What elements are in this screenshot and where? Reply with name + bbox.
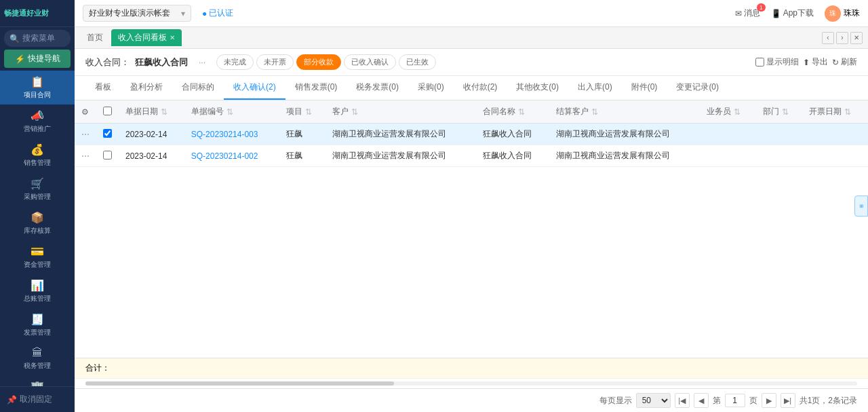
message-button[interactable]: ✉ 1 消息: [735, 7, 760, 19]
sort-icon-settle[interactable]: ⇅: [591, 107, 598, 117]
export-button[interactable]: ⬆ 导出: [803, 56, 828, 68]
tab-盈利分析[interactable]: 盈利分析: [121, 76, 172, 100]
select-all-checkbox[interactable]: [103, 107, 112, 115]
sidebar-item-销售管理[interactable]: 💰 销售管理: [0, 138, 75, 172]
tab-其他收支[interactable]: 其他收支(0): [507, 76, 568, 100]
row-date-0: 2023-02-14: [119, 124, 184, 145]
sort-icon-no[interactable]: ⇅: [226, 107, 233, 117]
total-label: 合计：: [85, 362, 110, 374]
tab-close-all-button[interactable]: ✕: [850, 32, 863, 44]
row-no-link-1[interactable]: SQ-20230214-002: [191, 151, 258, 161]
sidebar-item-固定资产[interactable]: 🏢 固定资产: [0, 375, 75, 386]
sidebar-item-资金管理[interactable]: 💳 资金管理: [0, 240, 75, 274]
search-menu-button[interactable]: 🔍 搜索菜单: [4, 30, 71, 47]
row-checkbox-cell-1[interactable]: [96, 145, 119, 167]
sidebar-item-采购管理[interactable]: 🛒 采购管理: [0, 172, 75, 206]
quick-nav-button[interactable]: ⚡ 快捷导航: [4, 50, 71, 68]
user-menu[interactable]: 珠 珠珠: [825, 5, 860, 22]
sort-icon-contract[interactable]: ⇅: [518, 107, 525, 117]
status-btn-0[interactable]: 未完成: [216, 54, 254, 70]
download-icon: 📱: [771, 9, 781, 18]
sort-icon-opendate[interactable]: ⇅: [844, 107, 851, 117]
row-settings-1[interactable]: ⋯: [75, 145, 96, 167]
sidebar-icon-2: 💰: [31, 143, 44, 156]
scrollbar-thumb[interactable]: [85, 381, 394, 386]
sidebar-icon-8: 🏛: [32, 347, 43, 359]
tab-销售发票[interactable]: 销售发票(0): [285, 76, 347, 100]
tab-变更记录[interactable]: 变更记录(0): [667, 76, 728, 100]
status-btn-3[interactable]: 已收入确认: [344, 54, 396, 70]
company-name: 好业财专业版演示帐套: [89, 7, 170, 19]
sidebar-label-1: 营销推广: [24, 124, 51, 134]
table-container[interactable]: ⚙单据日期⇅单据编号⇅项目⇅客户⇅合同名称⇅结算客户⇅业务员⇅部门⇅开票日期⇅ …: [75, 100, 868, 358]
app-download-button[interactable]: 📱 App下载: [771, 7, 814, 19]
row-customer-1: 湖南卫视商业运营发展有限公司: [326, 145, 476, 167]
last-page-button[interactable]: ▶|: [781, 393, 795, 408]
col-header-staff: 业务员⇅: [700, 100, 756, 124]
sort-icon-dept[interactable]: ⇅: [782, 107, 789, 117]
tab-看板[interactable]: 看板: [85, 76, 121, 100]
row-project-0: 狂飙: [279, 124, 326, 145]
more-options-button[interactable]: ···: [199, 58, 205, 67]
sidebar-label-2: 销售管理: [24, 158, 51, 168]
tab-税务发票[interactable]: 税务发票(0): [347, 76, 408, 100]
tab-出入库[interactable]: 出入库(0): [568, 76, 622, 100]
sidebar-item-营销推广[interactable]: 📣 营销推广: [0, 105, 75, 138]
data-table: ⚙单据日期⇅单据编号⇅项目⇅客户⇅合同名称⇅结算客户⇅业务员⇅部门⇅开票日期⇅ …: [75, 100, 868, 167]
company-selector[interactable]: 好业财专业版演示帐套 ▾: [83, 5, 191, 22]
topbar: 好业财专业版演示帐套 ▾ ● 已认证 ✉ 1 消息 📱 App下载 珠 珠珠: [75, 0, 868, 27]
status-btn-1[interactable]: 未开票: [256, 54, 294, 70]
status-btn-4[interactable]: 已生效: [399, 54, 436, 70]
tab-prev-button[interactable]: ‹: [822, 32, 834, 44]
status-btn-2[interactable]: 部分收款: [296, 54, 341, 70]
tab-contract-board[interactable]: 收入合同看板 ✕: [111, 29, 182, 46]
col-header-dept: 部门⇅: [756, 100, 802, 124]
tab-合同标的[interactable]: 合同标的: [172, 76, 224, 100]
sort-icon-project[interactable]: ⇅: [305, 107, 312, 117]
close-tab-button[interactable]: ✕: [170, 34, 175, 41]
refresh-button[interactable]: ↻ 刷新: [832, 56, 857, 68]
sort-icon-customer[interactable]: ⇅: [351, 107, 358, 117]
tab-收付款[interactable]: 收付款(2): [454, 76, 507, 100]
sort-icon-date[interactable]: ⇅: [161, 107, 167, 117]
show-detail-toggle[interactable]: 显示明细: [755, 56, 799, 68]
table-row[interactable]: ⋯2023-02-14SQ-20230214-002狂飙湖南卫视商业运营发展有限…: [75, 145, 868, 167]
scrollbar-track[interactable]: [85, 381, 857, 386]
right-panel-toggle[interactable]: ≡: [854, 195, 868, 217]
quick-nav-area: ⚡ 快捷导航: [0, 47, 75, 71]
sidebar-item-库存核算[interactable]: 📦 库存核算: [0, 206, 75, 240]
sidebar-search-area: 🔍 搜索菜单: [0, 27, 75, 47]
sidebar-item-税务管理[interactable]: 🏛 税务管理: [0, 342, 75, 375]
sort-icon-staff[interactable]: ⇅: [734, 107, 741, 117]
row-checkbox-1[interactable]: [103, 151, 112, 160]
show-detail-checkbox[interactable]: [755, 58, 764, 67]
tab-收入确认[interactable]: 收入确认(2): [224, 76, 285, 100]
tab-home[interactable]: 首页: [80, 29, 110, 46]
tab-next-button[interactable]: ›: [836, 32, 848, 44]
tab-采购[interactable]: 采购(0): [408, 76, 454, 100]
settings-icon[interactable]: ⚙: [81, 107, 89, 117]
sidebar-item-项目合同[interactable]: 📋 项目合同: [0, 71, 75, 105]
side-panel-icon[interactable]: ≡: [854, 195, 868, 217]
unpin-button[interactable]: 📌 取消固定: [4, 391, 71, 408]
col-header-date: 单据日期⇅: [119, 100, 184, 124]
sidebar-label-7: 发票管理: [24, 328, 51, 337]
row-checkbox-0[interactable]: [103, 129, 112, 138]
next-page-button[interactable]: ▶: [762, 393, 776, 408]
row-checkbox-cell-0[interactable]: [96, 124, 119, 145]
tab-附件[interactable]: 附件(0): [622, 76, 667, 100]
table-row[interactable]: ⋯2023-02-14SQ-20230214-003狂飙湖南卫视商业运营发展有限…: [75, 124, 868, 145]
sidebar-icon-1: 📣: [31, 109, 44, 122]
prev-page-button[interactable]: ◀: [694, 393, 709, 408]
row-dept-0: [756, 124, 802, 145]
row-opendate-1: [802, 145, 868, 167]
per-page-select[interactable]: 2050100: [636, 393, 671, 408]
sidebar-item-发票管理[interactable]: 🧾 发票管理: [0, 308, 75, 342]
row-no-link-0[interactable]: SQ-20230214-003: [191, 130, 258, 139]
current-page: 1: [725, 394, 745, 407]
row-settings-0[interactable]: ⋯: [75, 124, 96, 145]
sidebar-item-总账管理[interactable]: 📊 总账管理: [0, 274, 75, 308]
logo-main: 畅捷通好业财: [4, 8, 49, 18]
row-no-1: SQ-20230214-002: [184, 145, 279, 167]
first-page-button[interactable]: |◀: [675, 393, 690, 408]
